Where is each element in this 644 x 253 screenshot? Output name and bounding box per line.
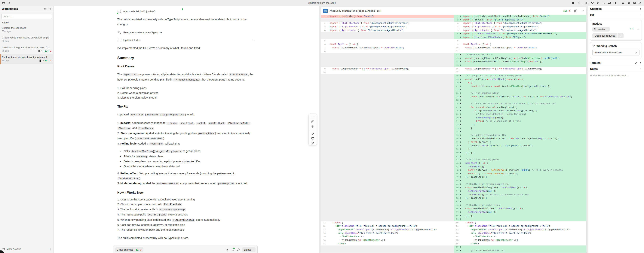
diff-line xyxy=(321,98,454,102)
branch-icon[interactable] xyxy=(596,1,600,4)
list-item: 2. State management: Added state for tra… xyxy=(117,131,256,141)
panel-right-icon[interactable] xyxy=(614,1,616,4)
diff-line: 58+ }, []); xyxy=(454,214,586,218)
diff-line: 35+ // Update tracked plan IDs xyxy=(454,134,586,137)
chevron-down-icon xyxy=(640,14,642,16)
tool-call-row[interactable]: Read medusa/src/pages/Agent.tsx xyxy=(117,30,256,34)
notes-placeholder[interactable]: Add notes about this workspace... xyxy=(588,72,644,79)
workspace-title: Explore the codebase xyxy=(2,26,52,29)
help-icon[interactable] xyxy=(633,1,636,4)
sign-out-icon[interactable] xyxy=(8,1,11,4)
todo-list-icon[interactable] xyxy=(231,248,234,251)
workspace-item[interactable]: Explore the codebase I want you to expl7… xyxy=(0,54,53,64)
files-changed-badge[interactable]: 2 files changed +61 -3 xyxy=(115,247,144,252)
menu-icon[interactable] xyxy=(622,1,625,4)
whitespace-toggle-icon[interactable] xyxy=(574,9,577,13)
chat-icon[interactable] xyxy=(591,1,594,4)
monitor-icon[interactable] xyxy=(311,137,314,140)
list-item: 4. Polling effect: Set up a polling inte… xyxy=(117,171,256,181)
diff-line xyxy=(321,144,454,148)
diff-line xyxy=(321,214,454,218)
panel-left-icon[interactable] xyxy=(585,1,588,4)
terminal-section-header[interactable]: Terminal xyxy=(588,60,644,66)
diff-line xyxy=(321,95,454,99)
changes-section-header[interactable]: Changes xyxy=(588,6,644,12)
collapse-up-icon[interactable] xyxy=(577,1,580,4)
diff-line xyxy=(321,130,454,134)
diff-line: 61 <div className="flex flex-col h-scree… xyxy=(454,224,586,228)
notes-section-header[interactable]: Notes xyxy=(588,66,644,72)
changes-label: Changes xyxy=(590,7,640,10)
diff-line: 12 <div className="flex flex-col h-scree… xyxy=(321,224,454,228)
lines-removed: -3 xyxy=(140,248,142,251)
diff-line: 40+ }, []); xyxy=(454,151,586,155)
git-label: Git xyxy=(590,14,640,16)
working-branch-input[interactable]: vk/3ccf-explore-the-code xyxy=(592,49,640,56)
diff-line: 13 <AgentHeader sidebarOpen={sidebarOpen… xyxy=(321,228,454,232)
workspace-item[interactable]: Create Good First Issues on Github So pe… xyxy=(0,34,53,44)
diff-line: 14 <div className="flex flex-1 overflow-… xyxy=(321,232,454,235)
diff-line: 46+ return () => clearInterval(interval)… xyxy=(454,172,586,176)
pause-icon[interactable] xyxy=(572,2,574,4)
workspace-item[interactable]: Install and integrate Vibe Kanban Web Co… xyxy=(0,44,53,54)
workspace-search[interactable] xyxy=(2,14,52,19)
list-item: 3. Display the plan review modal xyxy=(117,95,256,100)
diff-line: 41+ xyxy=(454,155,586,158)
spark-icon[interactable] xyxy=(226,248,229,251)
tool-call-row[interactable]: npm run build 2>&1 | tail -80 xyxy=(117,9,256,14)
status-dot xyxy=(233,248,235,249)
terminal-prompt-icon[interactable] xyxy=(602,1,605,4)
diff-line xyxy=(321,85,454,88)
more-options-icon[interactable]: ⋯ xyxy=(637,28,640,31)
archive-icon xyxy=(2,248,5,250)
drag-handle-icon[interactable] xyxy=(311,116,314,116)
diff-line: 65 {sidebarOpen && <RightSidebar />} xyxy=(454,238,586,242)
chevron-down-icon[interactable] xyxy=(253,39,256,42)
diff-line: 32+ } xyxy=(454,123,586,127)
diff-line: 3import { RightSidebar } from "@/compone… xyxy=(321,25,454,29)
branch-dropdown[interactable]: master xyxy=(592,27,610,32)
play-icon[interactable] xyxy=(311,132,314,135)
list-item: 1. User is on the Agent page with a Dock… xyxy=(117,197,256,202)
chevron-down-icon xyxy=(640,68,642,70)
megaphone-icon[interactable] xyxy=(627,1,630,4)
search-input[interactable] xyxy=(2,14,52,19)
file-icon xyxy=(39,60,42,62)
workspace-item[interactable]: Explore the codebase35m ago xyxy=(0,25,53,34)
diff-line xyxy=(321,200,454,204)
git-section-header[interactable]: Git xyxy=(588,12,644,18)
diff-line: 33+ } xyxy=(454,127,586,130)
diff-line: 23+ // Find pending plans xyxy=(454,92,586,95)
branch-icon[interactable] xyxy=(311,142,314,145)
spinner-icon xyxy=(236,248,240,252)
numbered-list: 4. Polling effect: Set up a polling inte… xyxy=(117,171,256,186)
diff-line: 9const Agent = () => { xyxy=(454,42,586,46)
workspaces-sidebar: Workspaces Active Explore the codebase35… xyxy=(0,6,54,253)
diff-line xyxy=(321,32,454,36)
view-archive-button[interactable]: View Archive 0 xyxy=(0,246,53,250)
inline-code: useCallback xyxy=(208,122,226,125)
copy-icon[interactable] xyxy=(311,125,314,128)
diff-line: 37+ } catch (error) { xyxy=(454,140,586,144)
diff-line: 17 xyxy=(454,70,586,74)
diff-line: 6+import { PlanReviewModal } from "@/com… xyxy=(454,32,586,36)
open-pull-request-button[interactable]: Open pull request xyxy=(592,33,617,38)
monitor-icon[interactable] xyxy=(608,1,611,4)
collapse-diff-icon[interactable] xyxy=(582,10,584,12)
archive-icon[interactable] xyxy=(2,1,5,4)
list-item: 1. Imports: Added necessary imports for … xyxy=(117,121,256,131)
layers-icon[interactable] xyxy=(44,7,46,10)
list-item: 2. Detect when a new plan arrives xyxy=(117,91,256,96)
diff-line xyxy=(321,102,454,106)
typescript-file-icon: TS xyxy=(323,9,328,13)
diff-line xyxy=(321,190,454,193)
tool-call-row[interactable]: Updated Todos xyxy=(117,38,256,42)
pr-options-button[interactable] xyxy=(618,33,624,38)
gear-icon[interactable] xyxy=(638,1,642,4)
latest-dropdown[interactable]: Latest xyxy=(242,247,256,252)
branch-name: master xyxy=(598,28,605,30)
diff-line xyxy=(321,151,454,155)
add-workspace-icon[interactable] xyxy=(49,7,52,10)
diff-line: 63 <div className="flex flex-1 overflow-… xyxy=(454,232,586,235)
whitespace-toggle-icon[interactable] xyxy=(311,120,314,124)
